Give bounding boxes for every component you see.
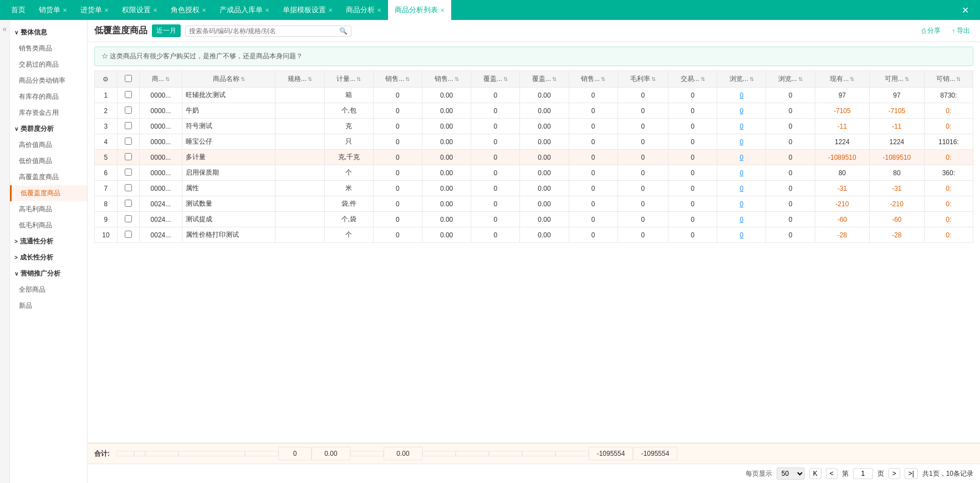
share-button[interactable]: ⎙ 分享 <box>918 24 944 37</box>
search-input[interactable] <box>189 27 339 35</box>
col-available-stock[interactable]: 可用...⇅ <box>870 71 925 88</box>
nav-purchase-order[interactable]: 进货单 ✕ <box>74 0 115 20</box>
nav-home[interactable]: 首页 <box>4 0 32 20</box>
col-spec[interactable]: 规格...⇅ <box>275 71 324 88</box>
row-checkbox[interactable] <box>117 196 139 212</box>
col-transaction[interactable]: 交易...⇅ <box>668 71 717 88</box>
nav-product-analysis[interactable]: 商品分析 ✕ <box>339 0 388 20</box>
close-icon[interactable]: ✕ <box>440 7 445 13</box>
row-checkbox[interactable] <box>117 181 139 196</box>
row-select-checkbox[interactable] <box>125 215 132 222</box>
close-icon[interactable]: ✕ <box>377 7 381 13</box>
sidebar-section-growth[interactable]: > 成长性分析 <box>10 250 87 266</box>
sidebar-item-high-coverage[interactable]: 高覆盖度商品 <box>10 169 87 185</box>
col-unit[interactable]: 计量...⇅ <box>324 71 373 88</box>
col-checkbox[interactable] <box>117 71 139 88</box>
nav-sales-order[interactable]: 销货单 ✕ <box>32 0 74 20</box>
col-current-stock[interactable]: 现有...⇅ <box>815 71 870 88</box>
sidebar-item-low-value[interactable]: 低价值商品 <box>10 153 87 169</box>
sidebar-section-overall[interactable]: ∨ 整体信息 <box>10 24 87 40</box>
row-browse1[interactable]: 0 <box>717 103 766 119</box>
sidebar-item-inventory-fund[interactable]: 库存资金占用 <box>10 105 87 121</box>
row-browse1[interactable]: 0 <box>717 212 766 227</box>
sidebar-item-low-margin[interactable]: 低毛利商品 <box>10 217 87 233</box>
sidebar-item-high-margin[interactable]: 高毛利商品 <box>10 201 87 217</box>
row-checkbox[interactable] <box>117 88 139 103</box>
table-container[interactable]: ⚙ 商...⇅ 商品名称⇅ 规格...⇅ 计量...⇅ 销售...⇅ 销售...… <box>88 70 980 443</box>
close-icon[interactable]: ✕ <box>202 7 206 13</box>
row-checkbox[interactable] <box>117 134 139 150</box>
close-icon[interactable]: ✕ <box>153 7 157 13</box>
close-icon[interactable]: ✕ <box>104 7 109 13</box>
page-size-select[interactable]: 50 20 100 <box>777 467 805 480</box>
row-checkbox[interactable] <box>117 227 139 243</box>
sidebar-section-cluster[interactable]: ∨ 类群度分析 <box>10 121 87 137</box>
row-browse1[interactable]: 0 <box>717 181 766 196</box>
sidebar-collapse-button[interactable]: « <box>0 20 10 483</box>
row-select-checkbox[interactable] <box>125 138 132 145</box>
row-browse1[interactable]: 0 <box>717 165 766 181</box>
row-sales-qty: 0 <box>373 119 422 134</box>
row-browse1[interactable]: 0 <box>717 150 766 165</box>
row-browse1[interactable]: 0 <box>717 134 766 150</box>
prev-page-button[interactable]: < <box>826 468 838 479</box>
col-sales-qty[interactable]: 销售...⇅ <box>373 71 422 88</box>
sidebar-item-new-goods[interactable]: 新品 <box>10 298 87 314</box>
nav-role-auth[interactable]: 角色授权 ✕ <box>164 0 213 20</box>
col-browse2[interactable]: 浏览...⇅ <box>766 71 815 88</box>
row-browse1[interactable]: 0 <box>717 88 766 103</box>
col-sku-code[interactable]: 商...⇅ <box>139 71 182 88</box>
col-saleable[interactable]: 可销...⇅ <box>924 71 973 88</box>
nav-permission-settings[interactable]: 权限设置 ✕ <box>115 0 164 20</box>
period-button[interactable]: 近一月 <box>152 24 181 37</box>
sidebar-section-marketing[interactable]: ∨ 营销推广分析 <box>10 266 87 282</box>
row-checkbox[interactable] <box>117 103 139 119</box>
total-current-stock: -1095554 <box>589 447 633 460</box>
sidebar-item-sales-goods[interactable]: 销售类商品 <box>10 40 87 57</box>
col-gross-margin[interactable]: 毛利率⇅ <box>617 71 668 88</box>
col-name[interactable]: 商品名称⇅ <box>182 71 275 88</box>
close-icon[interactable]: ✕ <box>63 7 67 13</box>
col-settings[interactable]: ⚙ <box>95 71 118 88</box>
row-select-checkbox[interactable] <box>125 200 132 207</box>
window-close-button[interactable]: ✕ <box>955 5 976 16</box>
row-select-checkbox[interactable] <box>125 106 132 114</box>
sidebar-item-high-value[interactable]: 高价值商品 <box>10 137 87 153</box>
sidebar-item-traded-goods[interactable]: 交易过的商品 <box>10 57 87 73</box>
col-browse1[interactable]: 浏览...⇅ <box>717 71 766 88</box>
close-icon[interactable]: ✕ <box>265 7 269 13</box>
nav-finished-goods[interactable]: 产成品入库单 ✕ <box>213 0 276 20</box>
row-browse1[interactable]: 0 <box>717 119 766 134</box>
first-page-button[interactable]: K <box>809 468 821 479</box>
sidebar-section-circulation[interactable]: > 流通性分析 <box>10 233 87 250</box>
search-icon[interactable]: 🔍 <box>339 27 348 35</box>
row-checkbox[interactable] <box>117 150 139 165</box>
sidebar-item-all-goods[interactable]: 全部商品 <box>10 282 87 298</box>
row-select-checkbox[interactable] <box>125 184 132 191</box>
close-icon[interactable]: ✕ <box>328 7 333 13</box>
row-select-checkbox[interactable] <box>125 231 132 238</box>
nav-template-settings[interactable]: 单据模板设置 ✕ <box>276 0 339 20</box>
row-checkbox[interactable] <box>117 119 139 134</box>
next-page-button[interactable]: > <box>889 468 900 479</box>
row-select-checkbox[interactable] <box>125 153 132 160</box>
col-sales-amount[interactable]: 销售...⇅ <box>422 71 471 88</box>
row-checkbox[interactable] <box>117 165 139 181</box>
row-select-checkbox[interactable] <box>125 169 132 176</box>
col-sales3[interactable]: 销售...⇅ <box>569 71 617 88</box>
sidebar-item-category-turnover[interactable]: 商品分类动销率 <box>10 73 87 89</box>
row-checkbox[interactable] <box>117 212 139 227</box>
row-select-checkbox[interactable] <box>125 122 132 129</box>
row-browse1[interactable]: 0 <box>717 227 766 243</box>
row-browse1[interactable]: 0 <box>717 196 766 212</box>
select-all-checkbox[interactable] <box>125 75 132 82</box>
nav-product-analysis-list[interactable]: 商品分析列表 ✕ <box>388 0 451 20</box>
export-button[interactable]: ↑ 导出 <box>948 24 973 37</box>
sidebar-item-stocked-goods[interactable]: 有库存的商品 <box>10 89 87 105</box>
row-select-checkbox[interactable] <box>125 91 132 98</box>
col-coverage2[interactable]: 覆盖...⇅ <box>520 71 569 88</box>
col-coverage1[interactable]: 覆盖...⇅ <box>471 71 520 88</box>
sidebar-item-low-coverage[interactable]: 低覆盖度商品 <box>10 185 87 201</box>
last-page-button[interactable]: >| <box>905 468 918 479</box>
page-number-input[interactable] <box>853 468 873 479</box>
